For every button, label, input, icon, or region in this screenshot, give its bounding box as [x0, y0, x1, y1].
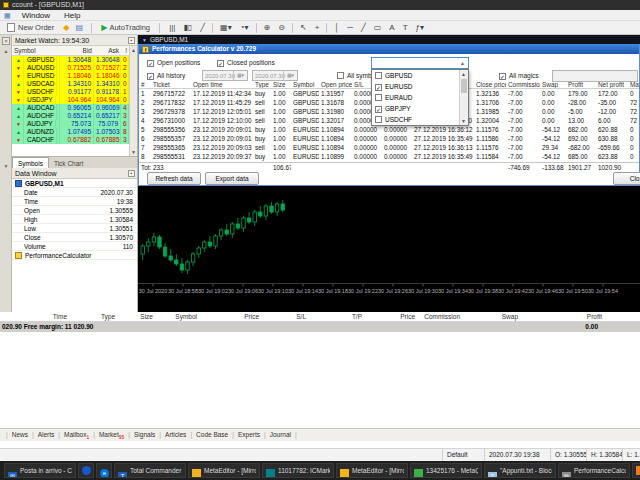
taskbar-item-notepad[interactable]: ≡"Appunti.txt - Blocco ...: [484, 463, 556, 478]
calendar-dropdown-icon[interactable]: ▦▾: [233, 71, 247, 80]
scroll-down-button[interactable]: ▼: [2, 163, 10, 169]
symbol-checkbox[interactable]: [375, 106, 382, 113]
dropdown-item-gbpjpy[interactable]: GBPJPY: [372, 103, 459, 114]
bar-chart-icon[interactable]: |||: [165, 21, 179, 34]
position-row[interactable]: 629855535723.12.2019 20:09:01buy1.00EURU…: [139, 134, 639, 143]
vertical-line-icon[interactable]: │: [330, 21, 343, 34]
market-watch-column-3[interactable]: !: [121, 46, 129, 56]
market-watch-scrollbar[interactable]: ▲ ▼: [129, 46, 137, 156]
date-from-picker[interactable]: 2020.07.30▦▾: [202, 70, 248, 81]
symbol-checkbox[interactable]: [375, 116, 382, 123]
position-row[interactable]: 829855553123.12.2019 20:09:37buy1.00EURU…: [139, 152, 639, 161]
terminal-tab-experts[interactable]: Experts: [234, 429, 264, 441]
dropdown-item-gbpusd[interactable]: GBPUSD: [372, 70, 459, 81]
scrollbar-thumb[interactable]: [461, 79, 467, 93]
taskbar-item-tc[interactable]: TTotal Commander (x6...: [114, 463, 186, 478]
market-watch-row[interactable]: ▲AUDNZD1.074951.075038: [12, 128, 130, 136]
trendline-icon[interactable]: ╱: [357, 21, 370, 34]
taskbar-item-orange[interactable]: [632, 463, 640, 478]
market-watch-row[interactable]: ▼USDCHF0.911770.911781: [12, 88, 130, 96]
taskbar-item-browser[interactable]: [78, 463, 94, 478]
market-watch-row[interactable]: ▲GBPUSD1.306481.306480: [12, 56, 130, 64]
market-watch-row[interactable]: ▲USDCAD1.343101.343100: [12, 80, 130, 88]
terminal-tab-signals[interactable]: Signals: [130, 429, 159, 441]
all-symbols-checkbox[interactable]: [337, 72, 344, 79]
panel-menu-button[interactable]: ▪: [128, 170, 135, 177]
terminal-col-4[interactable]: Price: [205, 312, 267, 322]
new-order-button[interactable]: New Order: [3, 21, 58, 34]
all-magics-checkbox[interactable]: [499, 73, 506, 80]
terminal-col-9[interactable]: Swap: [468, 312, 526, 322]
menu-help[interactable]: Help: [57, 10, 87, 21]
col-size[interactable]: Size: [271, 81, 291, 89]
taskbar-item-calc[interactable]: %PerformanceCalculat...: [558, 463, 630, 478]
data-window-instrument[interactable]: GBPUSD,M1: [12, 179, 137, 188]
terminal-col-2[interactable]: Size: [123, 312, 161, 322]
terminal-col-0[interactable]: Time: [0, 312, 75, 322]
combo-collapse-icon[interactable]: ▲: [458, 59, 467, 68]
taskbar-item-edge[interactable]: e: [96, 463, 112, 478]
collapse-icon[interactable]: ▼: [142, 37, 147, 43]
col-openprice[interactable]: Open price: [319, 81, 352, 89]
text-tool-icon[interactable]: T: [399, 21, 412, 34]
col-closeprice[interactable]: Close price: [474, 81, 506, 89]
terminal-tab-mailbox[interactable]: Mailbox1: [60, 429, 93, 443]
date-to-picker[interactable]: 2020.07.30▦▾: [252, 70, 298, 81]
dropdown-scrollbar[interactable]: ▲ ▼: [459, 70, 468, 125]
market-watch-row[interactable]: ▲AUDCAD0.960650.960694: [12, 104, 130, 112]
col-[interactable]: #: [139, 81, 151, 89]
all-history-checkbox[interactable]: [147, 73, 154, 80]
taskbar-item-mail[interactable]: ✉Posta in arrivo - Carte...: [4, 463, 76, 478]
export-data-button[interactable]: Export data: [205, 172, 259, 185]
symbol-checkbox[interactable]: [375, 84, 382, 91]
terminal-tab-code-base[interactable]: Code Base: [192, 429, 232, 441]
terminal-col-10[interactable]: Profit: [526, 312, 610, 322]
terminal-tab-journal[interactable]: Journal: [266, 429, 295, 441]
market-watch-row[interactable]: ▲AUDCHF0.652140.652173: [12, 112, 130, 120]
scroll-up-icon[interactable]: ▲: [130, 47, 137, 53]
symbol-checkbox[interactable]: [375, 72, 382, 79]
terminal-tab-market[interactable]: Market95: [95, 429, 128, 443]
market-watch-column-0[interactable]: Symbol: [12, 46, 60, 56]
terminal-tab-alerts[interactable]: Alerts: [34, 429, 59, 441]
refresh-data-button[interactable]: Refresh data: [147, 172, 201, 185]
grid-icon[interactable]: ▦▾: [216, 21, 236, 34]
scroll-down-icon[interactable]: ▼: [460, 118, 467, 124]
chart-canvas[interactable]: 30 Jul 202030 Jul 18:5830 Jul 19:0230 Ju…: [138, 186, 640, 312]
dropdown-item-euraud[interactable]: EURAUD: [372, 92, 459, 103]
symbols-combobox[interactable]: ▲: [371, 57, 469, 69]
col-profit[interactable]: Profit: [566, 81, 596, 89]
title-bar[interactable]: ccount - [GBPUSD,M1]: [0, 0, 640, 10]
market-watch-column-2[interactable]: Ask: [94, 46, 121, 56]
col-type[interactable]: Type: [253, 81, 271, 89]
open-positions-checkbox[interactable]: [147, 60, 154, 67]
closed-positions-checkbox[interactable]: [217, 60, 224, 67]
close-button[interactable]: Close: [613, 172, 640, 185]
scroll-up-icon[interactable]: ▲: [460, 71, 467, 77]
col-symbol[interactable]: Symbol: [291, 81, 319, 89]
col-netprofit[interactable]: Net profit: [596, 81, 628, 89]
market-watch-row[interactable]: ▼AUDJPY75.07375.0796: [12, 120, 130, 128]
terminal-col-7[interactable]: Price: [370, 312, 423, 322]
calculator-header[interactable]: fPerformances Calculator v 20.729: [139, 44, 639, 54]
candlestick-chart-icon[interactable]: ▮▯: [179, 21, 196, 34]
rectangle-icon[interactable]: ▭: [370, 21, 386, 34]
terminal-col-3[interactable]: Symbol: [161, 312, 205, 322]
dropdown-item-eurusd[interactable]: EURUSD: [372, 81, 459, 92]
col-swap[interactable]: Swap: [540, 81, 566, 89]
period-icon[interactable]: ◔▾: [236, 21, 253, 34]
scroll-up-button[interactable]: ▲: [2, 48, 10, 54]
position-row[interactable]: 729855536523.12.2019 20:09:03sell1.00EUR…: [139, 143, 639, 152]
line-chart-icon[interactable]: ╱: [196, 21, 209, 34]
zoom-out-icon[interactable]: ⊖: [274, 21, 289, 34]
market-watch-row[interactable]: ▼EURUSD1.180461.180460: [12, 72, 130, 80]
taskbar-item-metaquotes[interactable]: 13425176 - MetaQuot...: [410, 463, 482, 478]
panel-menu-button[interactable]: ▪: [128, 37, 135, 44]
col-magic[interactable]: Magic: [628, 81, 639, 89]
col-commission[interactable]: Commission: [506, 81, 540, 89]
market-watch-column-1[interactable]: Bid: [60, 46, 94, 56]
taskbar-item-mt4[interactable]: 11017782: ICMarkets-...: [262, 463, 334, 478]
horizontal-line-icon[interactable]: ─: [343, 21, 357, 34]
calendar-dropdown-icon[interactable]: ▦▾: [283, 71, 297, 80]
market-watch-row[interactable]: ▼AUDUSD0.715250.715272: [12, 64, 130, 72]
